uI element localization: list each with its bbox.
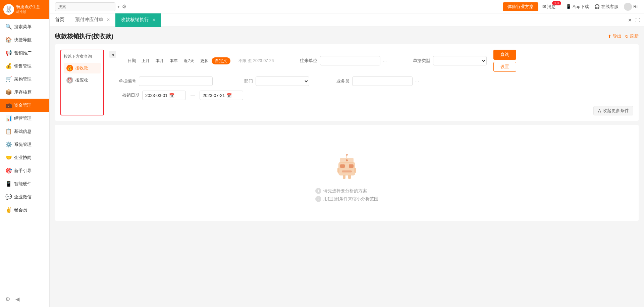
date-btn-this-month[interactable]: 本月 bbox=[153, 57, 166, 64]
top-header: ▾ ⚙ 体验行业方案 ✉ 消息 99+ 📱 App下载 🎧 在线客服 Rit bbox=[50, 0, 644, 13]
empty-tip-2: 2 用[过滤]条件来缩小分析范围 bbox=[315, 196, 378, 202]
sidebar-footer: ⚙ ◀ bbox=[0, 291, 49, 307]
date-btn-custom[interactable]: 自定义 bbox=[212, 57, 230, 64]
staff-input[interactable] bbox=[352, 76, 413, 86]
tab-bar: 首页 预付冲应付单 ✕ 收款核销执行 ✕ ✕ ⛶ bbox=[50, 13, 644, 27]
date-btn-last-month[interactable]: 上月 bbox=[139, 57, 152, 64]
svg-rect-4 bbox=[337, 168, 339, 173]
header-online-service[interactable]: 🎧 在线客服 bbox=[594, 4, 619, 10]
date-btn-this-year[interactable]: 本年 bbox=[167, 57, 180, 64]
verify-date-end-calendar-icon[interactable]: 📅 bbox=[226, 93, 232, 98]
refresh-button[interactable]: ↻ 刷新 bbox=[625, 33, 639, 39]
filter-row-3: 核销日期 2023-03-01 📅 — 2023-07-21 📅 bbox=[116, 91, 633, 100]
sidebar-item-system[interactable]: ⚙️ 系统管理 bbox=[0, 138, 49, 151]
sales-icon: 💰 bbox=[5, 63, 11, 69]
tab-prepay-close[interactable]: ✕ bbox=[107, 17, 110, 22]
hardware-icon: 📱 bbox=[5, 181, 11, 187]
refresh-icon: ↻ bbox=[625, 34, 629, 39]
verify-date-start-box[interactable]: 2023-03-01 📅 bbox=[142, 91, 186, 100]
filter-option-by-receipt[interactable]: 💰 按收款 bbox=[64, 63, 101, 73]
header-chevron-icon[interactable]: ▾ bbox=[117, 4, 120, 9]
staff-dots-btn[interactable]: ··· bbox=[415, 79, 419, 84]
sidebar-item-quick-nav[interactable]: 🏠 快捷导航 bbox=[0, 33, 49, 46]
settings-button[interactable]: 设置 bbox=[493, 62, 516, 72]
counterpart-input[interactable] bbox=[320, 56, 380, 65]
sidebar-item-search-menu[interactable]: 🔍 搜索菜单 bbox=[0, 20, 49, 33]
system-icon: ⚙️ bbox=[5, 141, 11, 148]
filter-sidebar: 按以下方案查询 💰 按收款 ⏰ 按应收 bbox=[60, 50, 104, 115]
svg-rect-0 bbox=[338, 162, 355, 175]
svg-point-9 bbox=[346, 159, 348, 161]
sidebar-item-sales[interactable]: 💰 销售管理 bbox=[0, 59, 49, 72]
sidebar-item-guide[interactable]: 🎯 新手引导 bbox=[0, 164, 49, 177]
page-title: 收款核销执行(按收款) bbox=[55, 32, 113, 40]
date-btn-7days[interactable]: 近7天 bbox=[181, 57, 197, 64]
bill-type-select[interactable] bbox=[433, 56, 487, 65]
svg-rect-6 bbox=[343, 175, 345, 179]
tab-close-all-btn[interactable]: ✕ bbox=[628, 17, 632, 23]
filter-receipt-icon: 💰 bbox=[66, 65, 73, 71]
verify-date-start-calendar-icon[interactable]: 📅 bbox=[169, 93, 174, 98]
date-btn-more[interactable]: 更多 bbox=[198, 57, 211, 64]
sidebar-item-inventory[interactable]: 📦 库存核算 bbox=[0, 86, 49, 99]
verify-date-end-box[interactable]: 2023-07-21 📅 bbox=[200, 91, 243, 100]
sidebar-item-enterprise[interactable]: 🤝 企业协同 bbox=[0, 151, 49, 164]
operations-icon: 📊 bbox=[5, 115, 11, 121]
filter-bill-type-field: 单据类型 bbox=[407, 56, 487, 65]
sidebar-item-finance[interactable]: 💼 资金管理 bbox=[0, 99, 49, 112]
main-area: ▾ ⚙ 体验行业方案 ✉ 消息 99+ 📱 App下载 🎧 在线客服 Rit bbox=[50, 0, 644, 307]
tab-home[interactable]: 首页 bbox=[50, 13, 70, 27]
header-user[interactable]: Rit bbox=[624, 3, 639, 11]
sidebar-settings-btn[interactable]: ⚙ bbox=[5, 296, 10, 302]
header-search-input[interactable] bbox=[55, 2, 115, 11]
sidebar-item-marketing[interactable]: 📢 营销推广 bbox=[0, 46, 49, 59]
header-messages[interactable]: ✉ 消息 99+ bbox=[542, 4, 556, 10]
header-gear-icon[interactable]: ⚙ bbox=[122, 3, 126, 10]
service-icon: 🎧 bbox=[594, 4, 600, 9]
sidebar-item-wechat[interactable]: 💬 企业微信 bbox=[0, 190, 49, 203]
tab-prepay[interactable]: 预付冲应付单 ✕ bbox=[70, 13, 115, 27]
filter-row-2: 单据编号 部门 业务员 ··· bbox=[116, 76, 633, 86]
app-icon: 📱 bbox=[566, 4, 571, 9]
search-menu-icon: 🔍 bbox=[5, 23, 11, 30]
vip-icon: ✌️ bbox=[5, 207, 11, 213]
header-right: ✉ 消息 99+ 📱 App下载 🎧 在线客服 Rit bbox=[542, 3, 639, 11]
billno-input[interactable] bbox=[139, 76, 213, 86]
basic-info-icon: 📋 bbox=[5, 128, 11, 135]
tab-receipts-close[interactable]: ✕ bbox=[152, 17, 156, 22]
enterprise-icon: 🤝 bbox=[5, 154, 11, 161]
tab-receipts[interactable]: 收款核销执行 ✕ bbox=[115, 13, 161, 27]
filter-collapse-btn[interactable]: ◀ bbox=[109, 51, 116, 58]
page-title-actions: ⬆ 导出 ↻ 刷新 bbox=[608, 33, 639, 39]
guide-icon: 🎯 bbox=[5, 167, 11, 174]
svg-rect-1 bbox=[340, 164, 345, 168]
tab-expand-btn[interactable]: ⛶ bbox=[635, 17, 640, 23]
quick-nav-icon: 🏠 bbox=[5, 37, 11, 43]
user-avatar bbox=[624, 3, 632, 11]
sidebar-item-hardware[interactable]: 📱 智能硬件 bbox=[0, 177, 49, 190]
dept-select[interactable] bbox=[256, 76, 309, 86]
header-search-area: ▾ ⚙ bbox=[55, 2, 499, 11]
sidebar-item-operations[interactable]: 📊 经营管理 bbox=[0, 112, 49, 125]
sidebar-item-basic-info[interactable]: 📋 基础信息 bbox=[0, 125, 49, 138]
sidebar-item-purchase[interactable]: 🛒 采购管理 bbox=[0, 72, 49, 86]
export-button[interactable]: ⬆ 导出 bbox=[608, 33, 622, 39]
sidebar: 🐰 畅捷通好生意 标准版 🔍 搜索菜单 🏠 快捷导航 📢 营销推广 💰 销售管理… bbox=[0, 0, 50, 307]
svg-rect-3 bbox=[342, 170, 352, 172]
purchase-icon: 🛒 bbox=[5, 76, 11, 82]
filter-option-by-receivable[interactable]: ⏰ 按应收 bbox=[64, 75, 101, 86]
header-app-download[interactable]: 📱 App下载 bbox=[566, 4, 589, 10]
collapse-more-icon: ⋀ bbox=[598, 108, 601, 113]
sidebar-item-vip[interactable]: ✌️ 畅会员 bbox=[0, 203, 49, 216]
filter-staff-field: 业务员 ··· bbox=[329, 76, 419, 86]
tab-actions: ✕ ⛶ bbox=[624, 17, 644, 23]
date-quick-btns: 上月 本月 本年 近7天 更多 自定义 bbox=[139, 57, 230, 64]
collapse-more-row: ⋀ 收起更多条件 bbox=[116, 106, 633, 115]
page-title-bar: 收款核销执行(按收款) ⬆ 导出 ↻ 刷新 bbox=[55, 32, 639, 40]
collapse-more-button[interactable]: ⋀ 收起更多条件 bbox=[593, 106, 633, 115]
action-buttons: 查询 设置 bbox=[493, 50, 516, 72]
header-plan-button[interactable]: 体验行业方案 bbox=[503, 2, 538, 11]
sidebar-collapse-btn[interactable]: ◀ bbox=[15, 296, 19, 302]
counterpart-dots-btn[interactable]: ··· bbox=[383, 58, 387, 63]
query-button[interactable]: 查询 bbox=[493, 50, 516, 60]
